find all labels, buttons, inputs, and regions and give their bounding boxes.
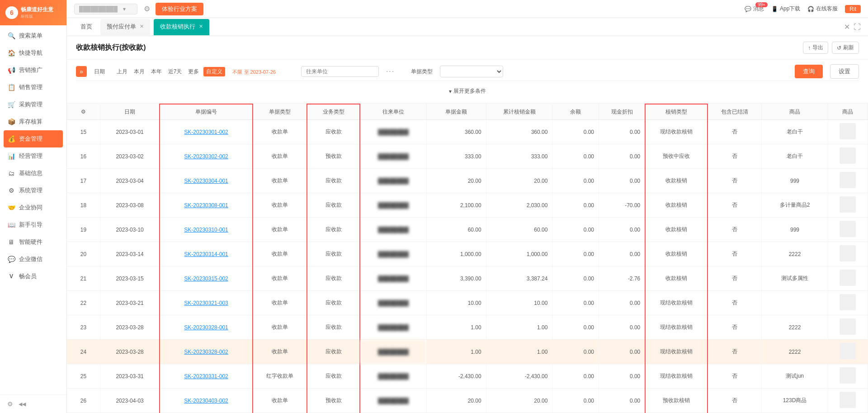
- tab-prepay-close[interactable]: ✕: [140, 24, 144, 29]
- cell-include-settled: 否: [708, 364, 762, 389]
- cell-amount: 1.00: [426, 315, 486, 340]
- sidebar-item-sales[interactable]: 📋 销售管理: [0, 79, 66, 96]
- cell-num: 15: [67, 120, 100, 144]
- cell-acc-amount: -2,430.00: [486, 364, 552, 389]
- sidebar-item-basic[interactable]: 🗂 基础信息: [0, 165, 66, 182]
- date-opt-this-month[interactable]: 本月: [132, 67, 146, 76]
- table-row: 21 2023-03-15 SK-20230315-002 收款单 应收款 ██…: [67, 266, 868, 291]
- user-avatar[interactable]: Rit: [845, 5, 861, 13]
- selector-placeholder: ██████████: [79, 6, 118, 12]
- industry-solution-button[interactable]: 体验行业方案: [156, 3, 203, 15]
- tab-close-all-button[interactable]: ✕: [844, 23, 850, 31]
- doc-no-link[interactable]: SK-20230304-001: [184, 178, 228, 184]
- cell-include-settled: 否: [708, 193, 762, 218]
- date-opt-7days[interactable]: 近7天: [166, 67, 184, 76]
- doc-no-link[interactable]: SK-20230301-002: [184, 129, 228, 135]
- doc-no-link[interactable]: SK-20230328-002: [184, 349, 228, 355]
- sidebar-item-purchase[interactable]: 🛒 采购管理: [0, 96, 66, 113]
- message-button[interactable]: 💬 消息 99+: [745, 5, 764, 13]
- collapse-icon[interactable]: ◀◀: [19, 401, 26, 407]
- tab-receipt[interactable]: 收款核销执行 ✕: [154, 19, 209, 35]
- cell-amount: 1,000.00: [426, 242, 486, 266]
- chevron-down-icon[interactable]: ▾: [123, 6, 126, 12]
- doc-no-link[interactable]: SK-20230310-001: [184, 227, 228, 233]
- refresh-button[interactable]: ↺ 刷新: [832, 42, 859, 54]
- cell-balance: 0.00: [552, 218, 599, 242]
- settings-bottom-icon[interactable]: ⚙: [7, 400, 13, 408]
- sidebar-item-hardware[interactable]: 🖥 智能硬件: [0, 233, 66, 251]
- cell-include-settled: 否: [708, 266, 762, 291]
- th-gear[interactable]: ⚙: [67, 104, 100, 120]
- filter-settings-button[interactable]: 设置: [830, 64, 859, 79]
- tab-home[interactable]: 首页: [74, 19, 99, 35]
- date-opt-last-month[interactable]: 上月: [115, 67, 129, 76]
- filter-row: » 日期 上月 本月 本年 近7天 更多 自定义 不限 至 2023-07-26…: [76, 64, 859, 79]
- doc-type-select[interactable]: [440, 66, 503, 77]
- sidebar-item-label: 企业协同: [19, 204, 42, 212]
- sidebar-item-member[interactable]: V 畅会员: [0, 268, 66, 285]
- filter-toggle-button[interactable]: »: [76, 66, 87, 77]
- doc-no-link[interactable]: SK-20230308-001: [184, 202, 228, 209]
- cell-goods: 123D商品: [762, 389, 828, 413]
- sidebar-item-enterprise[interactable]: 🤝 企业协同: [0, 199, 66, 216]
- tab-receipt-close[interactable]: ✕: [199, 24, 203, 29]
- query-button[interactable]: 查询: [795, 65, 823, 78]
- table-row: 25 2023-03-31 SK-20230331-002 红字收款单 应收款 …: [67, 364, 868, 389]
- cell-include-settled: 否: [708, 218, 762, 242]
- sidebar-item-shortcut[interactable]: 🏠 快捷导航: [0, 44, 66, 62]
- cell-goods: [762, 291, 828, 315]
- logo-area: 6 畅康道好生意 标推版: [0, 0, 66, 25]
- sidebar-item-inventory[interactable]: 📦 库存核算: [0, 113, 66, 130]
- doc-no-link[interactable]: SK-20230302-002: [184, 153, 228, 160]
- gear-button[interactable]: ⚙: [144, 5, 150, 13]
- cell-balance: 0.00: [552, 120, 599, 144]
- sidebar-item-label: 销售管理: [19, 83, 42, 91]
- basic-icon: 🗂: [7, 170, 15, 177]
- cell-amount: 360.00: [426, 120, 486, 144]
- export-button[interactable]: ↑ 导出: [803, 42, 828, 54]
- cell-goods-img: [828, 218, 868, 242]
- page-title: 收款核销执行(按收款): [76, 43, 146, 52]
- cell-doc-type: 红字收款单: [253, 364, 307, 389]
- doc-no-link[interactable]: SK-20230315-002: [184, 275, 228, 282]
- cell-amount: 333.00: [426, 144, 486, 169]
- doc-no-link[interactable]: SK-20230403-002: [184, 398, 228, 404]
- goods-thumbnail: [840, 147, 856, 164]
- sidebar-item-search[interactable]: 🔍 搜索菜单: [0, 27, 66, 44]
- app-download-button[interactable]: 📱 App下载: [771, 5, 800, 13]
- date-opt-this-year[interactable]: 本年: [149, 67, 164, 76]
- doc-no-link[interactable]: SK-20230321-003: [184, 300, 228, 306]
- sidebar-item-guide[interactable]: 📖 新手引导: [0, 216, 66, 233]
- cell-cancel-type: 预收款核销: [645, 389, 708, 413]
- doc-no-link[interactable]: SK-20230328-001: [184, 324, 228, 331]
- cell-amount: -2,430.00: [426, 364, 486, 389]
- sidebar-item-wechat[interactable]: 💬 企业微信: [0, 251, 66, 268]
- sidebar-item-label: 资金管理: [19, 135, 42, 143]
- cell-acc-amount: 1.00: [486, 340, 552, 364]
- cell-date: 2023-03-02: [100, 144, 160, 169]
- cell-biz-type: 应收款: [307, 266, 360, 291]
- company-selector[interactable]: ██████████ ▾: [74, 4, 137, 14]
- expand-more-button[interactable]: ▾ 展开更多条件: [76, 85, 859, 97]
- th-goods: 商品: [762, 104, 828, 120]
- cell-num: 21: [67, 266, 100, 291]
- doc-no-link[interactable]: SK-20230314-001: [184, 251, 228, 257]
- tab-home-label: 首页: [80, 23, 92, 31]
- date-opt-custom[interactable]: 自定义: [203, 67, 225, 76]
- cell-cancel-type: 现结收款核销: [645, 291, 708, 315]
- header-actions: ↑ 导出 ↺ 刷新: [803, 42, 859, 54]
- cell-cancel-type: 收款核销: [645, 218, 708, 242]
- cell-num: 19: [67, 218, 100, 242]
- doc-no-link[interactable]: SK-20230331-002: [184, 373, 228, 380]
- partner-input[interactable]: [301, 66, 379, 77]
- online-service-button[interactable]: 🎧 在线客服: [807, 5, 838, 13]
- marketing-icon: 📢: [7, 66, 15, 74]
- tab-prepay[interactable]: 预付应付单 ✕: [100, 19, 150, 35]
- sidebar-item-marketing[interactable]: 📢 营销推广: [0, 62, 66, 79]
- sidebar-item-operation[interactable]: 📊 经营管理: [0, 147, 66, 165]
- date-opt-more[interactable]: 更多: [186, 67, 201, 76]
- cell-discount: 0.00: [599, 144, 646, 169]
- sidebar-item-finance[interactable]: 💰 资金管理: [4, 130, 63, 147]
- tab-expand-button[interactable]: ⛶: [854, 23, 861, 31]
- sidebar-item-system[interactable]: ⚙ 系统管理: [0, 182, 66, 199]
